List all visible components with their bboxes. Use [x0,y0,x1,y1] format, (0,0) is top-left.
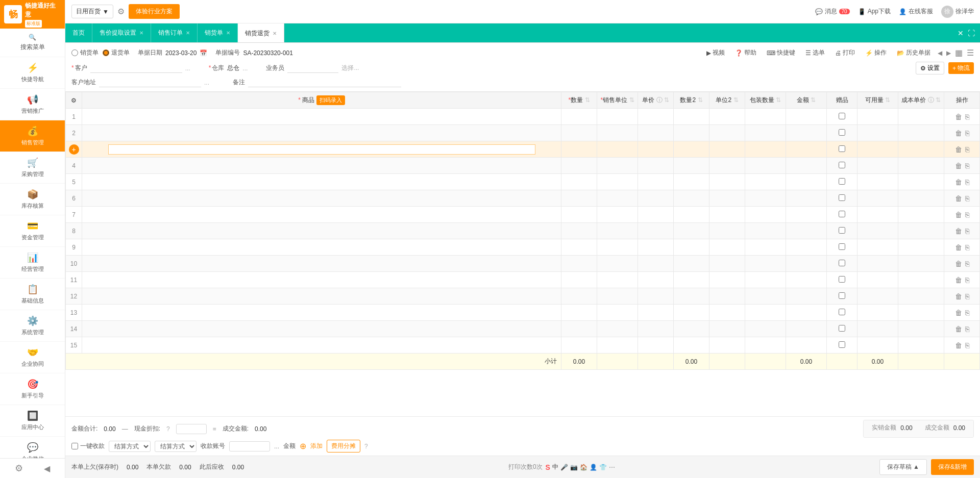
tab-sales-order[interactable]: 销售订单 ✕ [151,23,198,43]
sidebar-item-basic[interactable]: 📋 基础信息 [0,279,65,310]
cost-cell-2[interactable] [898,125,944,141]
settings-bottom-icon[interactable]: ⚙ [15,463,23,474]
calendar-icon[interactable]: 📅 [200,49,207,57]
address-input[interactable] [99,78,201,87]
cost-cell-3[interactable] [898,141,944,158]
one-click-payment-label[interactable]: 一键收款 [71,442,105,450]
user-profile[interactable]: 徐 徐泽华 [941,6,974,18]
unit-cell-3[interactable] [597,141,638,158]
sidebar-item-system[interactable]: ⚙️ 系统管理 [0,310,65,342]
operate-btn[interactable]: ⚡ 操作 [862,47,890,59]
sidebar-item-finance[interactable]: 💳 资金管理 [0,215,65,247]
icon-mic[interactable]: 🎤 [560,464,568,471]
sidebar-item-operations[interactable]: 📊 经营管理 [0,247,65,279]
tab-close-sales-order[interactable]: ✕ [186,30,190,36]
delete-row-1[interactable]: 🗑 [955,113,962,121]
messages-item[interactable]: 💬 消息 70 [815,7,850,16]
copy-row-12[interactable]: ⎘ [965,292,969,300]
copy-row-6[interactable]: ⎘ [965,194,969,203]
delete-row-12[interactable]: 🗑 [955,292,962,300]
delete-row-14[interactable]: 🗑 [955,325,962,333]
gift-checkbox-1[interactable] [839,113,845,119]
product-cell-2[interactable] [82,125,561,141]
discount-question-icon[interactable]: ? [166,425,170,433]
select-bill-btn[interactable]: ☰ 选单 [802,47,828,59]
collapse-icon[interactable]: ◀ [44,464,50,473]
qty-cell-3[interactable] [561,141,597,158]
history-btn[interactable]: 📂 历史单据 [894,47,934,59]
delete-row-15[interactable]: 🗑 [955,341,962,349]
gift-cell-1[interactable] [827,109,857,125]
industry-select[interactable]: 日用百货 ▼ [71,5,113,18]
qty2-cell-3[interactable] [674,141,709,158]
copy-row-9[interactable]: ⎘ [965,243,969,251]
avail-cell-3[interactable] [857,141,898,158]
help-btn[interactable]: ❓ 帮助 [732,47,760,59]
gift-checkbox-2[interactable] [839,129,845,136]
delete-row-9[interactable]: 🗑 [955,243,962,251]
unit-cell-1[interactable] [597,109,638,125]
icon-more[interactable]: ⋯ [609,464,615,471]
sidebar-item-inventory[interactable]: 📦 库存核算 [0,184,65,215]
copy-row-8[interactable]: ⎘ [965,227,969,235]
gift-cell-3[interactable] [827,141,857,158]
settings-btn[interactable]: ⚙ 设置 [916,62,944,74]
delete-row-7[interactable]: 🗑 [955,211,962,219]
delete-row-4[interactable]: 🗑 [955,162,962,170]
tab-sales-delivery[interactable]: 销货单 ✕ [198,23,238,43]
delete-row-5[interactable]: 🗑 [955,178,962,186]
icon-shirt[interactable]: 👕 [599,464,607,471]
save-draft-btn[interactable]: 保存草稿 ▲ [879,459,927,475]
topbar-gear-icon[interactable]: ⚙ [117,7,125,16]
copy-row-11[interactable]: ⎘ [965,276,969,284]
amount-cell-2[interactable] [786,125,827,141]
customer-input[interactable] [90,63,182,73]
delete-row-8[interactable]: 🗑 [955,227,962,235]
tab-price-settings[interactable]: 售价提取设置 ✕ [92,23,151,43]
copy-row-15[interactable]: ⎘ [965,341,969,349]
price-cell-3[interactable] [638,141,674,158]
copy-row-3[interactable]: ⎘ [965,145,969,154]
product-cell-3[interactable] [82,141,561,158]
nav-next-icon[interactable]: ▶ [946,49,951,57]
discount-input[interactable] [176,424,207,434]
add-logistics-btn[interactable]: + 物流 [948,62,974,74]
account-input[interactable] [229,441,270,451]
qty-cell-2[interactable] [561,125,597,141]
sidebar-item-shortcut[interactable]: ⚡ 快捷导航 [0,57,65,89]
qty2-cell-2[interactable] [674,125,709,141]
delete-row-11[interactable]: 🗑 [955,276,962,284]
gift-cell-2[interactable] [827,125,857,141]
unit2-cell-3[interactable] [709,141,745,158]
print-btn[interactable]: 🖨 打印 [832,47,858,59]
pack-cell-3[interactable] [745,141,786,158]
sidebar-search[interactable]: 🔍 搜索菜单 [0,29,65,57]
one-click-payment-checkbox[interactable] [71,443,78,449]
copy-row-10[interactable]: ⎘ [965,260,969,268]
tab-sales-return[interactable]: 销货退货 ✕ [238,23,284,43]
experience-btn[interactable]: 体验行业方案 [129,4,180,19]
sidebar-item-sales[interactable]: 💰 销售管理 [0,120,65,152]
video-btn[interactable]: ▶ 视频 [703,47,728,59]
price-cell-1[interactable] [638,109,674,125]
delete-row-6[interactable]: 🗑 [955,194,962,203]
qty-cell-1[interactable] [561,109,597,125]
add-row-icon[interactable]: ⊕ [300,441,306,451]
sidebar-item-wechat[interactable]: 💬 企业微信 [0,437,65,458]
grid-view-icon[interactable]: ▦ [955,48,963,58]
expense-split-btn[interactable]: 费用分摊 [327,440,360,452]
copy-row-7[interactable]: ⎘ [965,211,969,219]
amount-cell-1[interactable] [786,109,827,125]
staff-select-btn[interactable]: 选择... [341,64,359,72]
tab-home[interactable]: 首页 [65,23,92,43]
account-dots[interactable]: ... [274,443,279,450]
add-row-btn-cell[interactable]: + [66,141,82,158]
unit2-cell-2[interactable] [709,125,745,141]
maximize-icon[interactable]: ⛶ [968,29,975,37]
close-all-tabs-icon[interactable]: ✕ [958,29,964,37]
nav-prev-icon[interactable]: ◀ [938,49,942,57]
shortcut-btn[interactable]: ⌨ 快捷键 [764,47,798,59]
remark-input[interactable] [248,78,401,87]
copy-row-4[interactable]: ⎘ [965,162,969,170]
icon-home[interactable]: 🏠 [580,464,587,471]
